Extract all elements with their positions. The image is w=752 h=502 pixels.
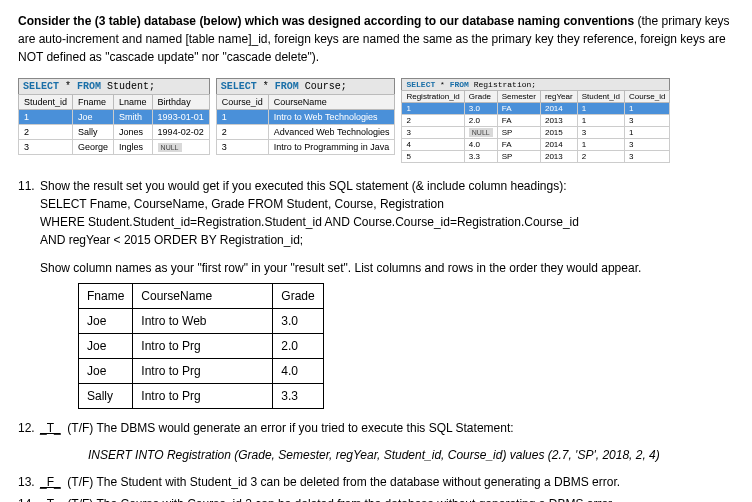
question-14: 14._T_ (T/F) The Course with Course_id 2… (18, 495, 734, 502)
document-page: Consider the (3 table) database (below) … (0, 0, 752, 502)
course-sql-head: SELECT * FROM Course; (216, 79, 395, 95)
q11-prompt: Show the result set you would get if you… (40, 179, 567, 193)
student-table-wrap: SELECT * FROM Student; Student_id Fname … (18, 78, 210, 155)
course-cols: Course_id CourseName (216, 95, 395, 110)
intro-paragraph: Consider the (3 table) database (below) … (18, 12, 734, 66)
question-11: 11.Show the result set you would get if … (18, 177, 734, 409)
registration-table-wrap: SELECT * FROM Registration; Registration… (401, 78, 670, 163)
null-badge: NULL (469, 128, 493, 137)
table-row: 1 3.0 FA 2014 1 1 (402, 103, 670, 115)
table-row: 3 George Ingles NULL (19, 140, 210, 155)
question-12: 12._T_ (T/F) The DBMS would generate an … (18, 419, 734, 465)
student-cols: Student_id Fname Lname Birthday (19, 95, 210, 110)
table-row: 1 Intro to Web Technologies (216, 110, 395, 125)
question-13: 13._F_ (T/F) The Student with Student_id… (18, 473, 734, 492)
intro-bold: Consider the (3 table) database (below) … (18, 14, 634, 28)
student-sql-head: SELECT * FROM Student; (19, 79, 210, 95)
result-header-row: Fname CourseName Grade (79, 284, 324, 309)
student-table: SELECT * FROM Student; Student_id Fname … (18, 78, 210, 155)
table-row: 4 4.0 FA 2014 1 3 (402, 139, 670, 151)
table-row: 3 Intro to Programming in Java (216, 140, 395, 155)
q11-sql: SELECT Fname, CourseName, Grade FROM Stu… (40, 195, 734, 249)
table-row: 5 3.3 SP 2013 2 3 (402, 151, 670, 163)
table-row: 2 2.0 FA 2013 1 3 (402, 115, 670, 127)
course-table-wrap: SELECT * FROM Course; Course_id CourseNa… (216, 78, 396, 155)
course-table: SELECT * FROM Course; Course_id CourseNa… (216, 78, 396, 155)
registration-sql-head: SELECT * FROM Registration; (402, 79, 670, 91)
table-row: 3 NULL SP 2015 3 1 (402, 127, 670, 139)
table-row: Joe Intro to Prg 2.0 (79, 334, 324, 359)
table-row: 1 Joe Smith 1993-01-01 (19, 110, 210, 125)
table-row: Joe Intro to Prg 4.0 (79, 359, 324, 384)
table-row: Sally Intro to Prg 3.3 (79, 384, 324, 409)
result-set-table: Fname CourseName Grade Joe Intro to Web … (78, 283, 324, 409)
db-tables-row: SELECT * FROM Student; Student_id Fname … (18, 78, 734, 163)
q11-num: 11. (18, 177, 40, 195)
q12-sql: INSERT INTO Registration (Grade, Semeste… (88, 446, 734, 465)
registration-cols: Registration_id Grade Semester regYear S… (402, 91, 670, 103)
table-row: Joe Intro to Web 3.0 (79, 309, 324, 334)
null-badge: NULL (158, 143, 182, 152)
q11-note: Show column names as your "first row" in… (40, 259, 734, 277)
registration-table: SELECT * FROM Registration; Registration… (401, 78, 670, 163)
table-row: 2 Advanced Web Technologies (216, 125, 395, 140)
table-row: 2 Sally Jones 1994-02-02 (19, 125, 210, 140)
